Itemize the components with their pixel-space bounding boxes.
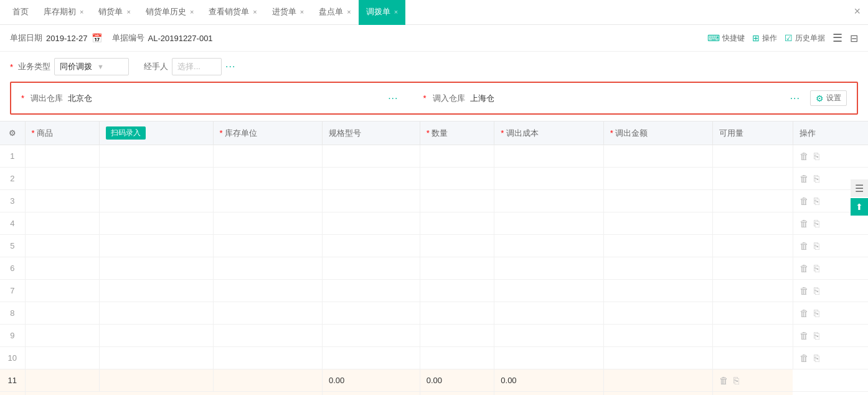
float-list-button[interactable]: ☰ [851, 179, 868, 197]
close-view-sales-tab[interactable]: × [253, 8, 257, 16]
tab-sales-order[interactable]: 销货单 × [91, 0, 138, 25]
row-scan-2 [100, 168, 214, 190]
copy-icon-7[interactable]: ⎘ [814, 285, 819, 296]
calendar-icon[interactable]: 📅 [92, 33, 102, 43]
tab-transfer[interactable]: 调拨单 × [359, 0, 405, 25]
row-op-7: 🗑 ⎘ [793, 280, 868, 302]
copy-icon-8[interactable]: ⎘ [814, 308, 819, 318]
row-qty-6 [420, 257, 494, 280]
close-sales-history-tab[interactable]: × [190, 8, 194, 16]
close-inventory-tab[interactable]: × [347, 8, 351, 16]
shortcut-icon: ⌨ [707, 33, 720, 43]
tab-inventory[interactable]: 盘点单 × [311, 0, 358, 25]
business-type-select[interactable]: 同价调拨 ▼ [54, 58, 129, 75]
row-amount-3 [603, 190, 712, 212]
row-qty-7 [420, 280, 494, 302]
row-product-6[interactable] [25, 257, 100, 280]
out-warehouse-value: 北京仓 [68, 93, 92, 104]
copy-icon-4[interactable]: ⎘ [814, 218, 819, 229]
out-warehouse-more-button[interactable]: ··· [388, 93, 398, 104]
tab-view-sales[interactable]: 查看销货单 × [201, 0, 264, 25]
copy-icon-6[interactable]: ⎘ [814, 263, 819, 274]
main-close-button[interactable]: × [854, 5, 861, 18]
row-product-2[interactable] [25, 168, 100, 190]
copy-icon-2[interactable]: ⎘ [814, 173, 819, 184]
doc-no-value: AL-20191227-001 [148, 34, 213, 43]
in-warehouse-more-button[interactable]: ··· [790, 93, 800, 104]
row-product-1[interactable] [25, 145, 100, 168]
delete-icon-4[interactable]: 🗑 [800, 218, 809, 229]
row-product-10[interactable] [25, 347, 100, 369]
delete-icon-2[interactable]: 🗑 [800, 173, 809, 184]
warehouse-section: * 调出仓库 北京仓 ··· * 调入仓库 上海仓 ··· ⚙ 设置 [10, 82, 858, 115]
delete-icon-6[interactable]: 🗑 [800, 263, 809, 274]
row-num-9: 9 [0, 325, 25, 347]
copy-icon-9[interactable]: ⎘ [814, 330, 819, 341]
row-scan-7 [100, 280, 214, 302]
col-qty-label: 数量 [432, 128, 448, 138]
handler-select[interactable]: 选择... [172, 58, 222, 75]
row-amount-11: 0.00 [494, 369, 603, 392]
row-amount-1 [603, 145, 712, 168]
float-export-button[interactable]: ⬆ [851, 198, 868, 216]
handler-label: 经手人 [144, 61, 168, 72]
delete-icon-5[interactable]: 🗑 [800, 240, 809, 251]
tab-inventory-init[interactable]: 库存期初 × [36, 0, 91, 25]
close-inventory-init-tab[interactable]: × [80, 8, 83, 16]
tab-home[interactable]: 首页 [5, 0, 36, 25]
copy-icon-3[interactable]: ⎘ [814, 196, 819, 206]
row-product-8[interactable] [25, 302, 100, 325]
tab-sales-history[interactable]: 销货单历史 × [138, 0, 201, 25]
warehouse-setting-button[interactable]: ⚙ 设置 [810, 90, 847, 106]
row-qty-5 [420, 235, 494, 257]
delete-icon-10[interactable]: 🗑 [800, 353, 809, 363]
copy-icon-1[interactable]: ⎘ [814, 151, 819, 161]
doc-no-field: 单据编号 AL-20191227-001 [112, 32, 213, 44]
delete-icon-11[interactable]: 🗑 [719, 375, 729, 386]
delete-icon-9[interactable]: 🗑 [800, 330, 809, 341]
row-available-9 [713, 325, 793, 347]
close-sales-order-tab[interactable]: × [126, 8, 130, 16]
row-num-7: 7 [0, 280, 25, 302]
copy-icon-11[interactable]: ⎘ [734, 375, 739, 386]
row-scan-8 [100, 302, 214, 325]
transfer-table: ⚙ * 商品 扫码录入 * 库存单位 规格型号 * 数量 [0, 121, 868, 395]
row-product-7[interactable] [25, 280, 100, 302]
row-qty-3 [420, 190, 494, 212]
row-available-6 [713, 257, 793, 280]
delete-icon-3[interactable]: 🗑 [800, 196, 809, 206]
copy-icon-5[interactable]: ⎘ [814, 240, 819, 251]
delete-icon-8[interactable]: 🗑 [800, 308, 809, 318]
row-amount-10 [603, 347, 712, 369]
scan-button[interactable]: 扫码录入 [106, 126, 146, 140]
layout-list-button[interactable]: ☰ [833, 31, 842, 45]
shortcut-button[interactable]: ⌨ 快捷键 [707, 33, 745, 44]
float-buttons: ☰ ⬆ [851, 179, 868, 216]
delete-icon-7[interactable]: 🗑 [800, 285, 809, 296]
copy-icon-10[interactable]: ⎘ [814, 353, 819, 363]
out-warehouse-field: * 调出仓库 北京仓 ··· [21, 93, 399, 104]
close-purchase-tab[interactable]: × [300, 8, 304, 16]
business-type-required: * [10, 62, 13, 72]
layout-grid-button[interactable]: ⊟ [850, 32, 858, 44]
row-num-8: 8 [0, 302, 25, 325]
close-transfer-tab[interactable]: × [394, 8, 398, 16]
row-cost-5 [494, 235, 603, 257]
row-op-1: 🗑 ⎘ [793, 145, 868, 168]
row-op-5: 🗑 ⎘ [793, 235, 868, 257]
tab-purchase[interactable]: 进货单 × [265, 0, 311, 25]
setting-label: 设置 [826, 93, 841, 103]
operation-button[interactable]: ⊞ 操作 [752, 33, 777, 44]
col-cost-label: 调出成本 [506, 128, 539, 138]
row-product-5[interactable] [25, 235, 100, 257]
row-available-5 [713, 235, 793, 257]
row-product-4[interactable] [25, 212, 100, 235]
row-product-3[interactable] [25, 190, 100, 212]
row-unit-3 [213, 190, 322, 212]
history-button[interactable]: ☑ 历史单据 [785, 33, 825, 44]
row-op-6: 🗑 ⎘ [793, 257, 868, 280]
col-gear[interactable]: ⚙ [0, 121, 25, 145]
row-product-9[interactable] [25, 325, 100, 347]
handler-more-button[interactable]: ··· [225, 61, 235, 72]
delete-icon-1[interactable]: 🗑 [800, 151, 809, 161]
